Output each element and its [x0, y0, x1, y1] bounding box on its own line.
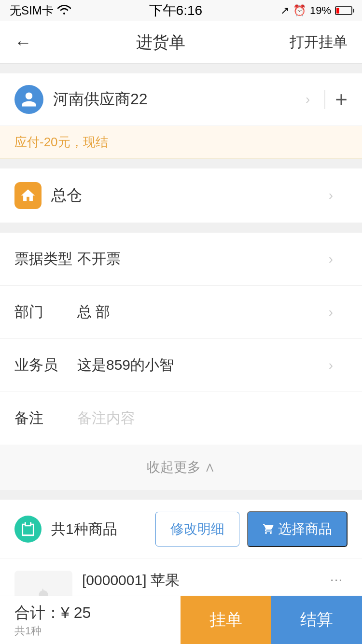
status-left: 无SIM卡 [10, 3, 71, 18]
divider-2 [0, 159, 362, 168]
salesperson-label: 业务员 [14, 355, 77, 375]
back-button[interactable]: ← [14, 32, 32, 53]
collapse-row[interactable]: 收起更多 ∧ [0, 445, 362, 490]
salesperson-row[interactable]: 业务员 这是859的小智 › [0, 338, 362, 392]
open-hang-button[interactable]: 打开挂单 [290, 32, 348, 52]
divider-1 [0, 64, 362, 73]
product-header: 共1种商品 修改明细 选择商品 [0, 500, 362, 559]
invoice-type-label: 票据类型 [14, 249, 77, 269]
supplier-divider [324, 90, 325, 109]
invoice-type-value: 不开票 [77, 249, 329, 269]
warehouse-name: 总仓 [51, 185, 329, 206]
collapse-label: 收起更多 ∧ [147, 458, 216, 476]
total-count: 共1种 [14, 624, 166, 638]
page-title: 进货单 [136, 31, 185, 54]
supplier-avatar [14, 85, 43, 114]
checkout-button[interactable]: 结算 [271, 596, 362, 644]
nav-bar: ← 进货单 打开挂单 [0, 21, 362, 64]
form-section: 票据类型 不开票 › 部门 总 部 › 业务员 这是859的小智 › 备注 备注… [0, 232, 362, 445]
department-chevron: › [329, 305, 333, 320]
warehouse-chevron-icon: › [329, 188, 333, 203]
carrier-label: 无SIM卡 [10, 3, 54, 18]
product-name: [0000001] 苹果 [82, 571, 325, 590]
total-value: ¥ 25 [61, 604, 91, 621]
invoice-type-row[interactable]: 票据类型 不开票 › [0, 232, 362, 285]
supplier-row[interactable]: 河南供应商22 › + [0, 73, 362, 126]
wifi-icon [57, 4, 71, 17]
add-supplier-button[interactable]: + [335, 89, 348, 110]
warehouse-section[interactable]: 总仓 › [0, 168, 362, 223]
svg-rect-2 [42, 589, 43, 592]
supplier-name: 河南供应商22 [53, 89, 306, 110]
department-value: 总 部 [77, 302, 329, 322]
supplier-alert: 应付-20元，现结 [0, 126, 362, 159]
location-icon: ↗ [280, 4, 289, 17]
warehouse-row[interactable]: 总仓 › [0, 168, 362, 223]
status-bar: 无SIM卡 下午6:16 ↗ ⏰ 19% [0, 0, 362, 21]
battery-icon [335, 6, 352, 15]
warehouse-icon [14, 182, 42, 209]
product-icon [14, 516, 42, 543]
alarm-icon: ⏰ [293, 4, 306, 17]
salesperson-chevron: › [329, 358, 333, 373]
total-section: 合计：¥ 25 共1种 [0, 596, 181, 644]
status-time: 下午6:16 [149, 1, 203, 20]
battery-percent: 19% [310, 4, 331, 17]
remark-label: 备注 [14, 408, 77, 428]
total-label: 合计： [14, 604, 61, 621]
remark-row[interactable]: 备注 备注内容 [0, 392, 362, 445]
product-more-button[interactable]: ··· [325, 571, 348, 588]
product-code: [0000001] 苹果 [82, 572, 180, 588]
salesperson-value: 这是859的小智 [77, 355, 329, 375]
remark-value: 备注内容 [77, 408, 348, 428]
department-label: 部门 [14, 302, 77, 322]
select-product-button[interactable]: 选择商品 [247, 511, 348, 547]
hang-button[interactable]: 挂单 [181, 596, 271, 644]
invoice-type-chevron: › [329, 252, 333, 267]
supplier-chevron-icon: › [306, 92, 310, 107]
edit-detail-button[interactable]: 修改明细 [155, 512, 239, 546]
bottom-bar: 合计：¥ 25 共1种 挂单 结算 [0, 596, 362, 644]
total-amount: 合计：¥ 25 [14, 602, 166, 624]
supplier-section: 河南供应商22 › + 应付-20元，现结 [0, 73, 362, 159]
product-count: 共1种商品 [51, 519, 155, 539]
department-row[interactable]: 部门 总 部 › [0, 285, 362, 338]
divider-3 [0, 223, 362, 232]
status-right: ↗ ⏰ 19% [280, 4, 352, 17]
